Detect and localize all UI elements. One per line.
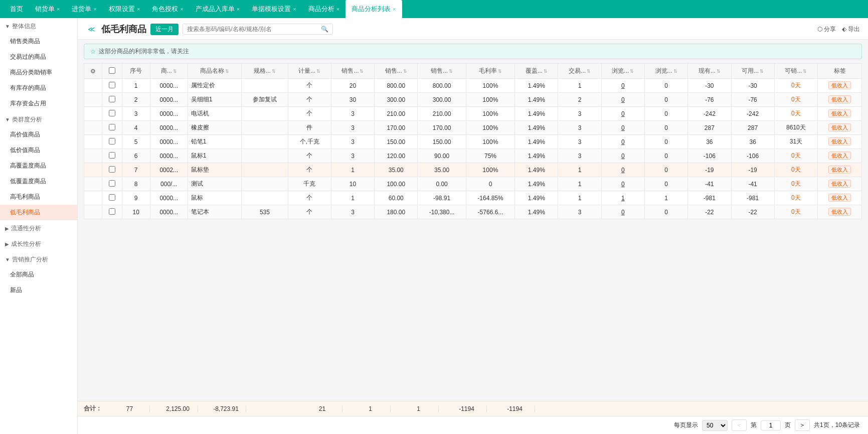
select-all-checkbox[interactable] [109, 67, 115, 74]
col-checkbox[interactable] [102, 64, 122, 79]
cell-views1[interactable]: 0 [601, 107, 644, 121]
col-sellable-days[interactable]: 可销...⇅ [774, 64, 817, 79]
close-icon[interactable]: × [293, 6, 296, 12]
cell-views1[interactable]: 0 [601, 149, 644, 163]
cell-views1[interactable]: 0 [601, 135, 644, 149]
cell-views1[interactable]: 0 [601, 205, 644, 219]
cell-views1[interactable]: 1 [601, 191, 644, 205]
sidebar-item-low-coverage[interactable]: 低覆盖度商品 [0, 174, 77, 189]
col-views1[interactable]: 浏览...⇅ [601, 64, 644, 79]
row-checkbox[interactable] [109, 180, 115, 187]
col-sales-amount[interactable]: 销售...⇅ [418, 64, 466, 79]
col-current-stock[interactable]: 现有...⇅ [688, 64, 731, 79]
col-coverage[interactable]: 覆盖...⇅ [515, 64, 558, 79]
sidebar-item-low-value[interactable]: 低价值商品 [0, 142, 77, 158]
row-checkbox[interactable] [109, 110, 115, 116]
cell-checkbox[interactable] [102, 149, 122, 163]
sidebar-item-stock-capital[interactable]: 库存资金占用 [0, 96, 77, 111]
cell-checkbox[interactable] [102, 135, 122, 149]
next-page-button[interactable]: ＞ [795, 419, 810, 431]
sidebar-group-flow[interactable]: ▶ 流通性分析 [0, 220, 77, 236]
cell-views1[interactable]: 0 [601, 93, 644, 107]
views1-link[interactable]: 0 [621, 153, 625, 160]
views1-link[interactable]: 0 [621, 167, 625, 174]
col-available-stock[interactable]: 可用...⇅ [731, 64, 774, 79]
col-tag[interactable]: 标签 [818, 64, 862, 79]
per-page-select[interactable]: 50 100 200 [702, 420, 728, 431]
cell-checkbox[interactable] [102, 163, 122, 177]
col-gross-margin[interactable]: 毛利率⇅ [466, 64, 514, 79]
nav-item-products[interactable]: 产成品入库单 × [190, 0, 246, 18]
nav-item-permissions[interactable]: 权限设置 × [103, 0, 146, 18]
row-checkbox[interactable] [109, 152, 115, 159]
views1-link[interactable]: 1 [621, 195, 625, 202]
views1-link[interactable]: 0 [621, 82, 625, 89]
sidebar-item-in-stock[interactable]: 有库存的商品 [0, 80, 77, 96]
cell-views1[interactable]: 0 [601, 121, 644, 135]
nav-item-analysis-list[interactable]: 商品分析列表 × [345, 0, 402, 18]
cell-checkbox[interactable] [102, 121, 122, 135]
sidebar-group-overall[interactable]: ▼ 整体信息 [0, 18, 77, 34]
cell-checkbox[interactable] [102, 107, 122, 121]
cell-checkbox[interactable] [102, 205, 122, 219]
filter-recent-month-button[interactable]: 近一月 [150, 24, 179, 35]
col-unit[interactable]: 计量...⇅ [288, 64, 331, 79]
sidebar-item-all-goods[interactable]: 全部商品 [0, 267, 77, 282]
row-checkbox[interactable] [109, 124, 115, 130]
row-checkbox[interactable] [109, 82, 115, 88]
share-button[interactable]: ⬡ 分享 [817, 25, 836, 34]
views1-link[interactable]: 0 [621, 124, 625, 131]
col-views2[interactable]: 浏览...⇅ [644, 64, 687, 79]
col-code[interactable]: 商...⇅ [150, 64, 188, 79]
nav-item-purchase[interactable]: 进货单 × [66, 0, 102, 18]
sidebar-group-marketing[interactable]: ▼ 营销推广分析 [0, 251, 77, 267]
row-checkbox[interactable] [109, 166, 115, 173]
sidebar-item-category-rate[interactable]: 商品分类助销率 [0, 65, 77, 80]
row-checkbox[interactable] [109, 96, 115, 102]
nav-item-roles[interactable]: 角色授权 × [146, 0, 189, 18]
export-button[interactable]: ⬖ 导出 [842, 25, 860, 34]
nav-item-analysis[interactable]: 商品分析 × [302, 0, 345, 18]
sidebar-item-high-coverage[interactable]: 高覆盖度商品 [0, 158, 77, 174]
close-icon[interactable]: × [180, 6, 183, 12]
nav-item-sales[interactable]: 销货单 × [29, 0, 66, 18]
sidebar-item-sales-goods[interactable]: 销售类商品 [0, 34, 77, 49]
col-settings[interactable]: ⚙ [84, 64, 102, 79]
cell-views1[interactable]: 0 [601, 79, 644, 93]
nav-item-templates[interactable]: 单据模板设置 × [246, 0, 302, 18]
col-transactions[interactable]: 交易...⇅ [558, 64, 601, 79]
views1-link[interactable]: 0 [621, 209, 625, 216]
views1-link[interactable]: 0 [621, 138, 625, 146]
col-spec[interactable]: 规格...⇅ [242, 64, 288, 79]
col-sales-price[interactable]: 销售...⇅ [375, 64, 418, 79]
sidebar-item-traded-goods[interactable]: 交易过的商品 [0, 49, 77, 65]
close-icon[interactable]: × [393, 6, 396, 12]
prev-page-button[interactable]: ＜ [732, 419, 747, 431]
sidebar-item-high-value[interactable]: 高价值商品 [0, 127, 77, 142]
nav-item-home[interactable]: 首页 [4, 0, 29, 18]
row-checkbox[interactable] [109, 208, 115, 215]
views1-link[interactable]: 0 [621, 181, 625, 188]
close-icon[interactable]: × [57, 6, 60, 12]
col-name[interactable]: 商品名称⇅ [188, 64, 241, 79]
cell-checkbox[interactable] [102, 79, 122, 93]
col-sales-count[interactable]: 销售...⇅ [331, 64, 374, 79]
cell-views1[interactable]: 0 [601, 163, 644, 177]
cell-checkbox[interactable] [102, 177, 122, 191]
sidebar-item-high-profit[interactable]: 高毛利商品 [0, 189, 77, 205]
sidebar-item-new-goods[interactable]: 新品 [0, 282, 77, 298]
cell-checkbox[interactable] [102, 93, 122, 107]
search-input[interactable] [187, 26, 321, 33]
sidebar-collapse-button[interactable]: ≪ [86, 25, 97, 33]
views1-link[interactable]: 0 [621, 96, 625, 103]
close-icon[interactable]: × [237, 6, 240, 12]
close-icon[interactable]: × [137, 6, 140, 12]
row-checkbox[interactable] [109, 138, 115, 144]
close-icon[interactable]: × [336, 6, 339, 12]
sidebar-group-growth[interactable]: ▶ 成长性分析 [0, 236, 77, 251]
page-number-input[interactable] [761, 420, 781, 430]
close-icon[interactable]: × [93, 6, 96, 12]
search-box[interactable]: 🔍 [183, 24, 333, 35]
sidebar-group-cluster[interactable]: ▼ 类群度分析 [0, 111, 77, 127]
views1-link[interactable]: 0 [621, 110, 625, 117]
